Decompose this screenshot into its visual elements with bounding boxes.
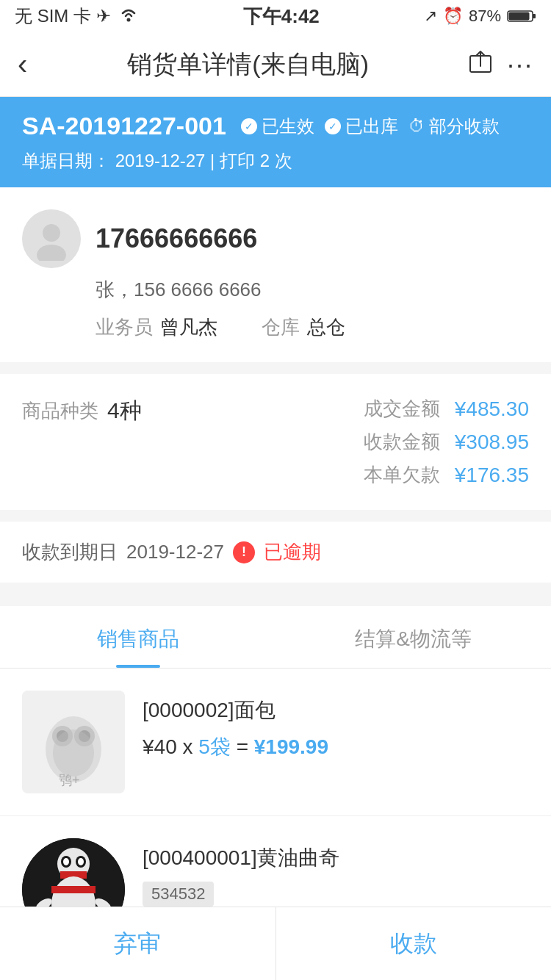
category-label: 商品种类 bbox=[22, 398, 98, 424]
status-shipped: ✓ 已出库 bbox=[325, 115, 398, 138]
svg-rect-23 bbox=[51, 886, 96, 893]
debt-amount-label: 本单欠款 bbox=[364, 462, 440, 488]
nav-right[interactable]: ··· bbox=[469, 49, 533, 80]
product-info-bread: [0000002]面包 ¥40 x 5袋 = ¥199.99 bbox=[143, 691, 529, 761]
svg-rect-2 bbox=[533, 14, 536, 18]
received-amount-value: ¥308.95 bbox=[455, 430, 529, 454]
svg-point-5 bbox=[43, 224, 60, 242]
status-right: ↗ ⏰ 87% bbox=[424, 7, 536, 26]
deal-amount-label: 成交金额 bbox=[364, 396, 440, 422]
tab-sales-products[interactable]: 销售商品 bbox=[0, 606, 276, 668]
warehouse-name: 总仓 bbox=[307, 314, 345, 340]
no-sim-text: 无 SIM 卡 ✈ bbox=[15, 4, 111, 28]
product-name-cookie: [000400001]黄油曲奇 bbox=[143, 844, 529, 872]
tab-settlement[interactable]: 结算&物流等 bbox=[276, 606, 551, 668]
svg-point-21 bbox=[78, 858, 84, 865]
bottom-action-bar: 弃审 收款 bbox=[0, 907, 551, 980]
svg-point-6 bbox=[37, 245, 66, 261]
back-button[interactable]: ‹ bbox=[18, 48, 27, 81]
customer-details: 业务员 曾凡杰 仓库 总仓 bbox=[22, 314, 529, 340]
wifi-icon bbox=[118, 6, 139, 26]
product-price-bread: ¥40 x 5袋 = ¥199.99 bbox=[143, 733, 529, 761]
product-item: 鸮+ [0000002]面包 ¥40 x 5袋 = ¥199.99 bbox=[0, 669, 551, 816]
collect-payment-button[interactable]: 收款 bbox=[276, 907, 552, 980]
received-amount-label: 收款金额 bbox=[364, 429, 440, 455]
summary-section: 商品种类 4种 成交金额 ¥485.30 收款金额 ¥308.95 本单欠款 ¥… bbox=[0, 374, 551, 510]
due-date-label: 收款到期日 bbox=[22, 539, 118, 565]
order-date-info: 单据日期： 2019-12-27 | 打印 2 次 bbox=[22, 149, 529, 173]
order-header-banner: SA-20191227-001 ✓ 已生效 ✓ 已出库 ⏱ 部分收款 单据日期：… bbox=[0, 97, 551, 187]
nav-bar: ‹ 销货单详情(来自电脑) ··· bbox=[0, 32, 551, 97]
warehouse-label: 仓库 bbox=[262, 314, 300, 340]
order-number: SA-20191227-001 bbox=[22, 112, 226, 140]
customer-name-phone: 张，156 6666 6666 bbox=[22, 277, 529, 303]
overdue-icon: ! bbox=[233, 541, 255, 563]
status-effective: ✓ 已生效 bbox=[241, 115, 314, 138]
time-display: 下午4:42 bbox=[243, 4, 320, 29]
debt-amount-value: ¥176.35 bbox=[455, 464, 529, 487]
product-image-bread: 鸮+ bbox=[22, 691, 125, 793]
nav-left[interactable]: ‹ bbox=[18, 48, 27, 81]
more-icon[interactable]: ··· bbox=[507, 49, 533, 80]
due-date-value: 2019-12-27 bbox=[126, 541, 224, 563]
status-bar: 无 SIM 卡 ✈ 下午4:42 ↗ ⏰ 87% bbox=[0, 0, 551, 32]
customer-phone: 17666666666 bbox=[96, 223, 257, 254]
status-partial: ⏱ 部分收款 bbox=[408, 115, 500, 138]
deal-amount-value: ¥485.30 bbox=[455, 397, 529, 421]
cancel-review-button[interactable]: 弃审 bbox=[0, 907, 276, 980]
customer-section: 17666666666 张，156 6666 6666 业务员 曾凡杰 仓库 总… bbox=[0, 187, 551, 362]
page-title: 销货单详情(来自电脑) bbox=[127, 48, 369, 82]
alarm-icon: ⏰ bbox=[443, 7, 463, 26]
svg-point-0 bbox=[126, 18, 130, 22]
battery-text: 87% bbox=[469, 7, 501, 26]
due-date-section: 收款到期日 2019-12-27 ! 已逾期 bbox=[0, 522, 551, 583]
svg-text:鸮+: 鸮+ bbox=[59, 773, 80, 788]
svg-point-20 bbox=[63, 858, 69, 865]
svg-rect-3 bbox=[508, 12, 529, 21]
location-icon: ↗ bbox=[424, 7, 437, 26]
customer-avatar bbox=[22, 209, 81, 268]
category-count: 4种 bbox=[107, 396, 142, 426]
status-left: 无 SIM 卡 ✈ bbox=[15, 4, 139, 28]
product-name-bread: [0000002]面包 bbox=[143, 696, 529, 724]
overdue-text: 已逾期 bbox=[264, 539, 321, 565]
share-icon[interactable] bbox=[469, 50, 492, 79]
svg-point-13 bbox=[53, 729, 94, 777]
battery-icon bbox=[507, 9, 536, 24]
sales-label: 业务员 bbox=[96, 314, 153, 340]
product-badge-cookie: 534532 bbox=[143, 882, 214, 907]
sales-name: 曾凡杰 bbox=[160, 314, 217, 340]
tabs-bar: 销售商品 结算&物流等 bbox=[0, 606, 551, 669]
